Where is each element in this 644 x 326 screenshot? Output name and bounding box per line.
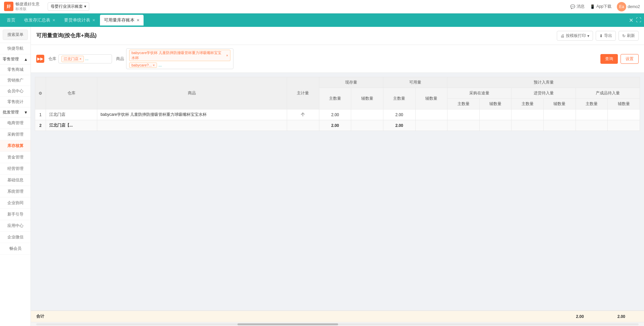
product-tag1-close[interactable]: × bbox=[226, 54, 228, 57]
sidebar-item-basic-info[interactable]: 基础信息 bbox=[0, 175, 31, 186]
sidebar-item-operations[interactable]: 经营管理 bbox=[0, 163, 31, 175]
logo-text: 畅捷通好生意 bbox=[15, 2, 40, 6]
sidebar-item-app-center[interactable]: 应用中心 bbox=[0, 220, 31, 232]
product-tag-text1: babycare学饮杯 儿童防摔防撞吸管杯重力球吸嘴杯宝宝水杯 bbox=[131, 50, 225, 60]
tab-order-summary-close[interactable]: ✕ bbox=[92, 18, 95, 22]
warehouse-tag-input[interactable]: 江北门店 × ... bbox=[58, 54, 112, 63]
sidebar-retail-mgmt-label: 零售管理 bbox=[3, 56, 19, 62]
scroll-thumb[interactable] bbox=[237, 323, 338, 325]
close-tab-btn[interactable]: ✕ bbox=[629, 17, 633, 24]
warehouse-filter-label: 仓库 bbox=[48, 56, 56, 62]
sidebar-item-marketing[interactable]: 营销推广 bbox=[0, 75, 31, 86]
row2-stock-aux bbox=[351, 120, 383, 131]
footer-avail-total: 2.00 bbox=[618, 314, 625, 319]
sidebar-item-member2[interactable]: 畅会员 bbox=[0, 243, 31, 254]
sidebar-item-retail-mgmt[interactable]: 零售管理 ▲ bbox=[0, 54, 31, 64]
col-settings-header[interactable]: ⚙ bbox=[35, 77, 46, 109]
data-table: ⚙ 仓库 商品 主计量 现存量 可用量 预计入库量 主数量 辅数量 主数量 辅数… bbox=[35, 77, 640, 131]
product-more-btn[interactable]: ... bbox=[158, 63, 162, 67]
sidebar-item-system[interactable]: 系统管理 bbox=[0, 186, 31, 197]
row2-incoming-aux bbox=[544, 120, 576, 131]
col-stock-aux-header: 辅数量 bbox=[351, 88, 383, 109]
export-btn[interactable]: ⬇ 导出 bbox=[596, 31, 616, 41]
row1-unit: 个 bbox=[287, 109, 319, 120]
tab-receive-summary-label: 收发存汇总表 bbox=[24, 17, 50, 23]
sidebar-item-wholesale-mgmt[interactable]: 批发管理 ▼ bbox=[0, 107, 31, 118]
product-tag-text2: babycare?... bbox=[131, 63, 152, 67]
col-stock-header: 现存量 bbox=[319, 77, 383, 88]
sidebar-item-retail-shop[interactable]: 零售商城 bbox=[0, 64, 31, 75]
product-tag-babycare2: babycare?... × bbox=[129, 62, 157, 68]
col-stock-main-header: 主数量 bbox=[319, 88, 351, 109]
sidebar-item-finance[interactable]: 资金管理 bbox=[0, 152, 31, 163]
row2-purchase-main bbox=[447, 120, 480, 131]
user-name: demo2 bbox=[628, 4, 640, 9]
row2-produced-main bbox=[576, 120, 608, 131]
sidebar-search-area: 搜索菜单 bbox=[0, 27, 31, 43]
row2-product bbox=[97, 120, 287, 131]
sidebar-item-purchase[interactable]: 采购管理 bbox=[0, 129, 31, 140]
sidebar-item-inventory[interactable]: 库存核算 bbox=[0, 140, 31, 152]
table-row-subtotal: 2 江北门店【... 2.00 2.00 bbox=[35, 120, 640, 131]
col-incoming-aux-header: 辅数量 bbox=[544, 99, 576, 109]
sidebar-item-member[interactable]: 会员中心 bbox=[0, 86, 31, 97]
table-area: ⚙ 仓库 商品 主计量 现存量 可用量 预计入库量 主数量 辅数量 主数量 辅数… bbox=[31, 73, 644, 310]
industry-selector[interactable]: 母婴行业演示账套 ▾ bbox=[48, 2, 89, 11]
refresh-btn[interactable]: ↻ 刷新 bbox=[619, 31, 639, 41]
app-download-btn[interactable]: 📱 App下载 bbox=[590, 4, 611, 9]
filter-toggle-btn[interactable]: ▶▶ bbox=[36, 55, 44, 63]
logo-subtext: 标准版 bbox=[15, 6, 40, 11]
user-area[interactable]: Ea demo2 bbox=[617, 2, 640, 11]
sidebar-item-ecommerce[interactable]: 电商管理 bbox=[0, 118, 31, 129]
tab-available-stock[interactable]: 可用量库存账本 ✕ bbox=[100, 15, 144, 26]
tab-receive-summary-close[interactable]: ✕ bbox=[52, 18, 55, 22]
total-label: 合计 bbox=[36, 314, 44, 319]
row1-stock-main: 2.00 bbox=[319, 109, 351, 120]
product-tag2-close[interactable]: × bbox=[153, 63, 155, 67]
tab-order-summary[interactable]: 要货单统计表 ✕ bbox=[60, 15, 99, 26]
sidebar-item-quick-nav[interactable]: 快捷导航 bbox=[0, 43, 31, 54]
row2-purchase-aux bbox=[479, 120, 512, 131]
sidebar-item-newbie[interactable]: 新手引导 bbox=[0, 209, 31, 220]
warehouse-more-btn[interactable]: ... bbox=[85, 56, 89, 61]
col-avail-main-header: 主数量 bbox=[383, 88, 416, 109]
row1-purchase-aux bbox=[479, 109, 512, 120]
col-planned-header: 预计入库量 bbox=[447, 77, 640, 88]
row2-produced-aux bbox=[608, 120, 640, 131]
tab-available-stock-close[interactable]: ✕ bbox=[137, 18, 140, 22]
col-avail-header: 可用量 bbox=[383, 77, 447, 88]
search-menu-btn[interactable]: 搜索菜单 bbox=[3, 30, 28, 40]
row2-warehouse: 江北门店【... bbox=[46, 120, 97, 131]
sidebar-item-enterprise-wechat[interactable]: 企业微信 bbox=[0, 232, 31, 243]
product-filter-label: 商品 bbox=[116, 56, 124, 62]
col-purchase-transit-header: 采购在途量 bbox=[447, 88, 512, 99]
refresh-icon: ↻ bbox=[622, 34, 626, 38]
row1-index: 1 bbox=[35, 109, 46, 120]
message-btn[interactable]: 💬 消息 bbox=[570, 4, 585, 9]
tab-receive-summary[interactable]: 收发存汇总表 ✕ bbox=[20, 15, 59, 26]
tab-home[interactable]: 首页 bbox=[3, 15, 19, 26]
sidebar: 搜索菜单 快捷导航 零售管理 ▲ 零售商城 营销推广 会员中心 零售统计 批发管… bbox=[0, 27, 31, 326]
col-incoming-header: 进货待入量 bbox=[512, 88, 576, 99]
fullscreen-btn[interactable]: ⛶ bbox=[636, 17, 641, 23]
row1-purchase-main bbox=[447, 109, 480, 120]
page-title: 可用量查询(按仓库+商品) bbox=[36, 32, 97, 39]
row1-product: babycare学饮杯 儿童防摔防撞吸管杯重力球吸嘴杯宝宝水杯 bbox=[97, 109, 287, 120]
print-btn[interactable]: 🖨 按模板打印 ▾ bbox=[557, 31, 593, 41]
logo-area: 好 畅捷通好生意 标准版 bbox=[4, 2, 40, 11]
col-unit-header: 主计量 bbox=[287, 77, 319, 109]
page-header: 可用量查询(按仓库+商品) 🖨 按模板打印 ▾ ⬇ 导出 ↻ 刷新 bbox=[31, 27, 644, 45]
row2-avail-main: 2.00 bbox=[383, 120, 416, 131]
chevron-down-icon: ▾ bbox=[84, 4, 86, 9]
message-icon: 💬 bbox=[570, 4, 575, 9]
warehouse-tag-close[interactable]: × bbox=[79, 57, 82, 61]
print-dropdown-icon: ▾ bbox=[587, 34, 589, 38]
top-bar-left: 好 畅捷通好生意 标准版 母婴行业演示账套 ▾ bbox=[4, 2, 89, 11]
sidebar-item-enterprise[interactable]: 企业协同 bbox=[0, 197, 31, 209]
query-btn[interactable]: 查询 bbox=[600, 54, 618, 64]
product-tag-input[interactable]: babycare学饮杯 儿童防摔防撞吸管杯重力球吸嘴杯宝宝水杯 × babyca… bbox=[126, 48, 233, 69]
settings-btn[interactable]: 设置 bbox=[621, 54, 639, 64]
sidebar-item-retail-stats[interactable]: 零售统计 bbox=[0, 97, 31, 107]
row2-avail-aux bbox=[415, 120, 447, 131]
bottom-scrollbar[interactable] bbox=[31, 322, 644, 326]
